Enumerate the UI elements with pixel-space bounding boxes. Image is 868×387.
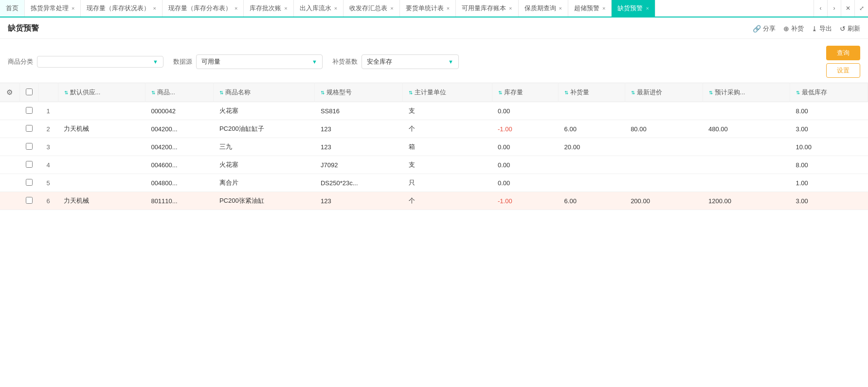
row-latest-price: 200.00 <box>625 192 703 210</box>
sort-icon-unit: ⇅ <box>409 90 413 95</box>
settings-button[interactable]: 设置 <box>826 63 860 78</box>
replenish-basis-dropdown-icon: ▼ <box>448 59 453 65</box>
datasource-value: 可用量 <box>201 57 220 66</box>
th-unit: ⇅ 主计量单位 <box>403 83 492 102</box>
row-product-name: 火花塞 <box>214 102 315 120</box>
tab-home[interactable]: 首页 <box>0 0 25 17</box>
row-checkbox-cell <box>19 138 38 156</box>
tab-close-receive-summary[interactable]: × <box>390 5 393 11</box>
row-est-purchase: 480.00 <box>703 120 790 138</box>
tab-close-inventory-dist[interactable]: × <box>235 5 237 11</box>
row-replenish-qty <box>559 156 625 174</box>
tab-batch-account[interactable]: 库存批次账 × <box>244 0 293 17</box>
datasource-select[interactable]: 可用量 ▼ <box>196 54 323 69</box>
row-spec: 123 <box>315 120 403 138</box>
row-number: 1 <box>38 102 58 120</box>
tab-overstock[interactable]: 超储预警 × <box>568 0 612 17</box>
row-stock: 0.00 <box>492 156 559 174</box>
th-product-code: ⇅ 商品... <box>145 83 214 102</box>
th-latest-price: ⇅ 最新进价 <box>625 83 703 102</box>
category-label: 商品分类 <box>8 57 33 66</box>
row-checkbox-1[interactable] <box>26 125 33 132</box>
replenish-button[interactable]: ⊕ 补货 <box>783 24 804 33</box>
tab-close-inout-flow[interactable]: × <box>334 5 337 11</box>
filter-bar: 商品分类 ▼ 数据源 可用量 ▼ 补货基数 安全库存 ▼ 查询 设置 <box>0 39 868 83</box>
refresh-button[interactable]: ↺ 刷新 <box>840 24 860 33</box>
tab-order-stats[interactable]: 要货单统计表 × <box>400 0 456 17</box>
tab-bar: 首页 拣货异常处理 × 现存量（库存状况表） × 现存量（库存分布表） × 库存… <box>0 0 868 18</box>
table-row: 5 004800... 离合片 DS250*23c... 只 0.00 1.00 <box>0 174 868 192</box>
export-button[interactable]: ⤓ 导出 <box>812 24 832 33</box>
refresh-icon: ↺ <box>840 25 846 33</box>
th-replenish-qty: ⇅ 补货量 <box>559 83 625 102</box>
row-est-purchase <box>703 102 790 120</box>
tab-close-available-ledger[interactable]: × <box>509 5 512 11</box>
replenish-basis-select[interactable]: 安全库存 ▼ <box>362 54 459 69</box>
row-latest-price <box>625 102 703 120</box>
row-product-code: 004200... <box>145 138 214 156</box>
sort-icon-min-stock: ⇅ <box>796 90 800 95</box>
row-replenish-qty <box>559 174 625 192</box>
query-button[interactable]: 查询 <box>826 46 860 60</box>
row-stock: 0.00 <box>492 174 559 192</box>
tab-close-expiry-query[interactable]: × <box>559 5 562 11</box>
row-latest-price <box>625 174 703 192</box>
tab-inventory-status[interactable]: 现存量（库存状况表） × <box>81 0 162 17</box>
sort-icon-product-code: ⇅ <box>151 90 155 95</box>
row-checkbox-0[interactable] <box>26 107 33 114</box>
table-body: 1 0000042 火花塞 SS816 支 0.00 8.00 2 力天机械 0… <box>0 102 868 210</box>
row-product-code: 004800... <box>145 174 214 192</box>
select-all-checkbox[interactable] <box>26 88 33 95</box>
row-checkbox-2[interactable] <box>26 143 33 150</box>
category-select[interactable]: ▼ <box>37 56 163 68</box>
tab-inout-flow[interactable]: 出入库流水 × <box>294 0 344 17</box>
share-button[interactable]: 🔗 分享 <box>753 24 776 33</box>
row-min-stock: 3.00 <box>790 120 868 138</box>
tab-stockout[interactable]: 缺货预警 × <box>612 0 655 17</box>
tab-receive-summary[interactable]: 收发存汇总表 × <box>344 0 399 17</box>
th-product-name: ⇅ 商品名称 <box>214 83 315 102</box>
row-replenish-qty: 6.00 <box>559 120 625 138</box>
tab-close-stockout[interactable]: × <box>646 5 649 11</box>
tab-expand-btn[interactable]: ⤢ <box>854 0 868 17</box>
row-checkbox-cell <box>19 174 38 192</box>
row-latest-price: 80.00 <box>625 120 703 138</box>
page-title: 缺货预警 <box>8 23 39 34</box>
sort-icon-latest-price: ⇅ <box>631 90 635 95</box>
tab-close-all-btn[interactable]: ✕ <box>841 0 854 17</box>
tab-abnormal[interactable]: 拣货异常处理 × <box>25 0 81 17</box>
tab-close-abnormal[interactable]: × <box>72 5 74 11</box>
row-est-purchase <box>703 174 790 192</box>
th-spec: ⇅ 规格型号 <box>315 83 403 102</box>
tab-next-btn[interactable]: › <box>827 0 841 17</box>
tab-inventory-dist[interactable]: 现存量（库存分布表） × <box>163 0 244 17</box>
tab-close-batch-account[interactable]: × <box>284 5 287 11</box>
filter-actions: 查询 设置 <box>826 46 860 78</box>
datasource-dropdown-icon: ▼ <box>312 59 317 65</box>
table-header-row: ⚙ ⇅ 默认供应... ⇅ 商 <box>0 83 868 102</box>
row-checkbox-5[interactable] <box>26 197 33 204</box>
row-stock: -1.00 <box>492 120 559 138</box>
tab-navigation: ‹ › ✕ ⤢ <box>814 0 868 17</box>
row-checkbox-4[interactable] <box>26 179 33 186</box>
row-number: 3 <box>38 138 58 156</box>
row-unit: 个 <box>403 120 492 138</box>
row-spec: SS816 <box>315 102 403 120</box>
tab-close-overstock[interactable]: × <box>602 5 605 11</box>
row-product-name: PC200油缸缸子 <box>214 120 315 138</box>
category-dropdown-icon: ▼ <box>153 59 158 65</box>
tab-expiry-query[interactable]: 保质期查询 × <box>519 0 568 17</box>
row-spec: 123 <box>315 138 403 156</box>
tab-available-ledger[interactable]: 可用量库存账本 × <box>456 0 518 17</box>
row-min-stock: 10.00 <box>790 138 868 156</box>
row-replenish-qty: 6.00 <box>559 192 625 210</box>
replenish-basis-value: 安全库存 <box>367 57 392 66</box>
tab-close-inventory-status[interactable]: × <box>153 5 156 11</box>
row-stock: 0.00 <box>492 138 559 156</box>
tab-prev-btn[interactable]: ‹ <box>814 0 827 17</box>
row-checkbox-3[interactable] <box>26 161 33 168</box>
tab-close-order-stats[interactable]: × <box>447 5 450 11</box>
row-gear-cell <box>0 156 19 174</box>
gear-settings-icon[interactable]: ⚙ <box>6 88 14 97</box>
row-number: 6 <box>38 192 58 210</box>
